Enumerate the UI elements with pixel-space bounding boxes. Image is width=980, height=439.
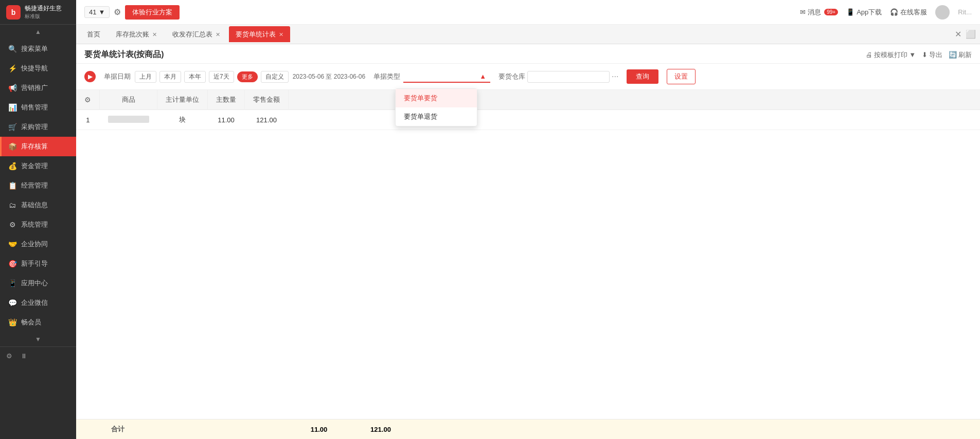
sidebar: b 畅捷通好生意 标准版 ▲ 🔍 搜索菜单 ⚡ 快捷导航 📢 营销推广 📊 销售… (0, 0, 76, 439)
date-this-month-btn[interactable]: 本月 (159, 71, 181, 83)
main-area: 41 ▼ ⚙ 体验行业方案 ✉ 消息 99+ 📱 App下载 🎧 在线客服 Ri… (76, 0, 980, 439)
basic-info-icon: 🗂 (8, 201, 17, 209)
sidebar-item-sales[interactable]: 📊 销售管理 (0, 98, 76, 117)
row-qty: 11.00 (208, 110, 245, 130)
sidebar-item-quick-nav[interactable]: ⚡ 快捷导航 (0, 59, 76, 78)
sidebar-item-app-center[interactable]: 📱 应用中心 (0, 273, 76, 293)
table-row: 1 块 11.00 121.00 (76, 110, 980, 130)
tab-expand-button[interactable]: ⬜ (966, 29, 976, 39)
type-select-wrapper[interactable]: ▲ (403, 71, 490, 83)
column-settings-icon[interactable]: ⚙ (84, 96, 91, 104)
headset-icon: 🎧 (890, 8, 898, 16)
message-icon: ✉ (800, 8, 806, 16)
marketing-icon: 📢 (8, 84, 17, 92)
sales-icon: 📊 (8, 103, 17, 112)
col-product: 商品 (100, 90, 157, 110)
sidebar-scroll-up[interactable]: ▲ (0, 25, 76, 39)
app-name: 畅捷通好生意 标准版 (25, 5, 62, 20)
app-download-button[interactable]: 📱 App下载 (846, 8, 882, 17)
user-avatar[interactable] (935, 5, 950, 20)
user-name: Rit... (958, 8, 972, 16)
table-container: ⚙ 商品 主计量单位 主数量 零售金额 1 (76, 90, 980, 419)
company-selector[interactable]: 41 ▼ (84, 6, 110, 18)
settings-bottom-icon[interactable]: ⚙ (6, 352, 12, 360)
topbar: 41 ▼ ⚙ 体验行业方案 ✉ 消息 99+ 📱 App下载 🎧 在线客服 Ri… (76, 0, 980, 25)
date-last-month-btn[interactable]: 上月 (135, 71, 156, 83)
wechat-icon: 💬 (8, 299, 17, 307)
warehouse-filter-label: 要货仓库 (498, 72, 525, 81)
tab-close-order-stats[interactable]: ✕ (279, 31, 283, 38)
date-more-btn[interactable]: 更多 (237, 71, 258, 82)
sidebar-item-search[interactable]: 🔍 搜索菜单 (0, 39, 76, 59)
scroll-up-arrow[interactable]: ▲ (33, 27, 43, 37)
date-custom-btn[interactable]: 自定义 (261, 71, 289, 83)
tab-close-receivable-summary[interactable]: ✕ (216, 31, 220, 38)
tab-bar-actions: ✕ ⬜ (955, 29, 976, 39)
topbar-left: 41 ▼ ⚙ 体验行业方案 (84, 5, 794, 20)
type-dropdown-arrow[interactable]: ▲ (479, 72, 486, 80)
tab-order-stats[interactable]: 要货单统计表 ✕ (229, 26, 290, 42)
tab-close-all-button[interactable]: ✕ (955, 29, 961, 39)
purchase-icon: 🛒 (8, 123, 17, 131)
tab-home[interactable]: 首页 (80, 26, 107, 42)
tab-receivable-summary[interactable]: 收发存汇总表 ✕ (166, 26, 227, 42)
cooperation-icon: 🤝 (8, 240, 17, 248)
col-settings: ⚙ (76, 90, 100, 110)
col-qty: 主数量 (208, 90, 245, 110)
filter-toggle-button[interactable]: ▶ (84, 71, 96, 82)
sidebar-logo: b 畅捷通好生意 标准版 (0, 0, 76, 25)
sidebar-item-wechat[interactable]: 💬 企业微信 (0, 293, 76, 313)
vip-icon: 👑 (8, 318, 17, 326)
dropdown-option-order-request[interactable]: 要货单要货 (396, 89, 477, 107)
tab-bar: 首页 库存批次账 ✕ 收发存汇总表 ✕ 要货单统计表 ✕ ✕ ⬜ (76, 25, 980, 44)
type-select-input[interactable] (407, 72, 479, 80)
type-filter-group: 单据类型 ▲ (373, 71, 490, 83)
sidebar-item-finance[interactable]: 💰 资金管理 (0, 156, 76, 176)
sidebar-item-cooperation[interactable]: 🤝 企业协同 (0, 234, 76, 254)
page-title: 要货单统计表(按商品) (84, 49, 164, 60)
sidebar-item-inventory[interactable]: 📦 库存核算 (0, 137, 76, 156)
finance-icon: 💰 (8, 162, 17, 170)
sidebar-item-purchase[interactable]: 🛒 采购管理 (0, 117, 76, 137)
system-icon: ⚙ (8, 221, 17, 229)
print-button[interactable]: 🖨 按模板打印 ▼ (866, 50, 916, 60)
tab-inventory-batch[interactable]: 库存批次账 ✕ (109, 26, 164, 42)
sidebar-item-marketing[interactable]: 📢 营销推广 (0, 78, 76, 98)
sidebar-item-system[interactable]: ⚙ 系统管理 (0, 215, 76, 234)
refresh-button[interactable]: 🔄 刷新 (949, 50, 972, 60)
date-last-7days-btn[interactable]: 近7天 (209, 71, 234, 83)
topbar-gear-button[interactable]: ⚙ (114, 7, 121, 17)
sidebar-item-basic-info[interactable]: 🗂 基础信息 (0, 195, 76, 215)
warehouse-filter-input[interactable] (527, 71, 610, 83)
page-content: 要货单统计表(按商品) 🖨 按模板打印 ▼ ⬇ 导出 🔄 刷新 ▶ (76, 44, 980, 439)
dropdown-option-order-return[interactable]: 要货单退货 (396, 107, 477, 126)
date-buttons: 上月 本月 本年 近7天 更多 自定义 (135, 71, 289, 83)
app-logo-icon: b (6, 5, 21, 20)
search-icon: 🔍 (8, 45, 17, 53)
print-dropdown-arrow: ▼ (909, 51, 916, 59)
scroll-down-arrow[interactable]: ▼ (33, 334, 43, 344)
date-range-display: 2023-05-06 至 2023-06-06 (293, 72, 365, 81)
filter-more-options[interactable]: ··· (612, 72, 618, 81)
app-center-icon: 📱 (8, 279, 17, 287)
sidebar-item-vip[interactable]: 👑 畅会员 (0, 313, 76, 332)
col-extra (289, 90, 981, 110)
export-button[interactable]: ⬇ 导出 (922, 50, 942, 60)
footer-total-label: 合计 (103, 425, 237, 434)
phone-icon: 📱 (846, 8, 854, 16)
sidebar-item-guide[interactable]: 🎯 新手引导 (0, 254, 76, 273)
message-button[interactable]: ✉ 消息 99+ (800, 8, 838, 17)
trial-industry-button[interactable]: 体验行业方案 (125, 5, 180, 20)
collapse-icon[interactable]: ⏸ (21, 352, 27, 360)
filter-settings-button[interactable]: 设置 (667, 69, 696, 84)
sidebar-item-operations[interactable]: 📋 经营管理 (0, 176, 76, 195)
query-button[interactable]: 查询 (627, 69, 658, 84)
tab-close-inventory-batch[interactable]: ✕ (152, 31, 157, 38)
refresh-icon: 🔄 (949, 51, 957, 59)
sidebar-bottom: ⚙ ⏸ (0, 346, 76, 365)
date-this-year-btn[interactable]: 本年 (184, 71, 206, 83)
online-service-button[interactable]: 🎧 在线客服 (890, 8, 927, 17)
sidebar-scroll-down[interactable]: ▼ (0, 332, 76, 346)
message-badge: 99+ (824, 9, 838, 15)
company-name: 41 (89, 8, 96, 16)
